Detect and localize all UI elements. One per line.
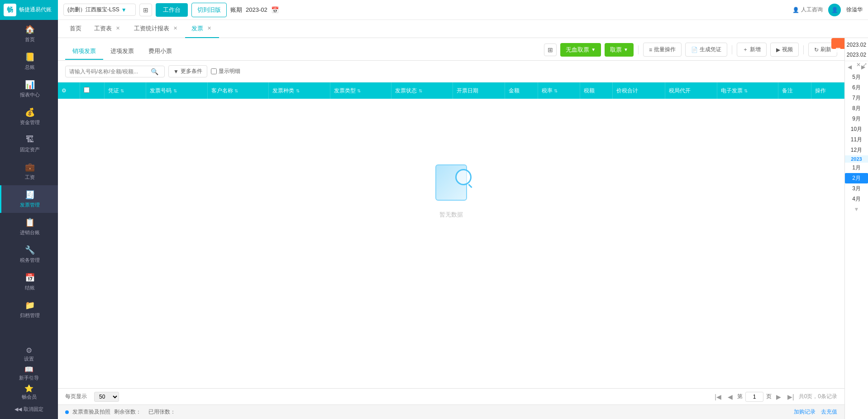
company-label: (勿删）江西服宝-LSS	[67, 6, 119, 14]
month-4[interactable]: 4月	[845, 194, 868, 204]
user-name[interactable]: 徐溢华	[846, 6, 863, 14]
month-8[interactable]: 8月	[845, 103, 868, 114]
tab-home[interactable]: 首页	[63, 20, 88, 38]
tab-invoice-close[interactable]: ✕	[206, 25, 213, 32]
sidebar-item-home[interactable]: 🏠 首页	[0, 20, 58, 48]
tab-salary[interactable]: 工资表 ✕	[88, 20, 128, 38]
panel-expand-button[interactable]: ⤢	[863, 62, 867, 68]
sidebar-item-ledger[interactable]: 📒 总账	[0, 48, 58, 75]
tab-salary-stat-close[interactable]: ✕	[172, 25, 179, 32]
batch-op-button[interactable]: ≡ 批量操作	[643, 43, 682, 57]
remaining-label: 剩余张数：	[114, 408, 141, 416]
month-3[interactable]: 3月	[845, 183, 868, 194]
user-avatar[interactable]: 👤	[828, 4, 841, 16]
pagination-controls: |◀ ◀ 第 页 ▶ ▶| 共0页，0条记录	[713, 392, 837, 402]
no-select-button[interactable]: 无血取票 ▼	[560, 43, 601, 57]
show-detail-checkbox[interactable]	[211, 68, 217, 74]
col-invoice-status[interactable]: 发票状态 ⇅	[391, 82, 453, 99]
per-page-select[interactable]: 50 100 200	[94, 392, 119, 402]
month-7[interactable]: 7月	[845, 93, 868, 103]
col-action[interactable]: 操作	[811, 82, 844, 99]
tab-salary-stat[interactable]: 工资统计报表 ✕	[128, 20, 185, 38]
sidebar-item-close[interactable]: 📅 结账	[0, 268, 58, 296]
support-link[interactable]: 👤 人工咨询	[792, 6, 823, 14]
company-selector[interactable]: (勿删）江西服宝-LSS ▼	[63, 4, 136, 16]
col-invoice-type[interactable]: 发票种类 ⇅	[269, 82, 330, 99]
fetch-button[interactable]: 取票 ▼	[605, 43, 634, 57]
col-customer[interactable]: 客户名称 ⇅	[207, 82, 268, 99]
calendar-icon[interactable]: 📅	[271, 6, 279, 14]
reports-icon: 📊	[25, 80, 35, 90]
sidebar-item-reports[interactable]: 📊 报表中心	[0, 75, 58, 103]
show-detail-label[interactable]: 显示明细	[211, 67, 240, 75]
topbar-right: 👤 人工咨询 👤 徐溢华	[792, 4, 863, 16]
col-open-date[interactable]: 开票日期	[453, 82, 505, 99]
month-2-active[interactable]: 2月	[845, 173, 868, 183]
col-settings[interactable]: ⚙	[58, 82, 80, 99]
sidebar-item-archive[interactable]: 📁 归档管理	[0, 296, 58, 323]
col-voucher[interactable]: 凭证 ⇅	[104, 82, 146, 99]
month-11[interactable]: 11月	[845, 135, 868, 145]
tab-invoice[interactable]: 发票 ✕	[185, 20, 219, 38]
first-page-button[interactable]: |◀	[713, 392, 723, 401]
col-tax-rate[interactable]: 税率 ⇅	[538, 82, 580, 99]
sidebar-item-tax[interactable]: 🔧 税务管理	[0, 241, 58, 268]
video-button[interactable]: ▶ 视频	[770, 43, 799, 57]
panel-scroll-down[interactable]: ▼	[845, 204, 868, 214]
sidebar-item-settings[interactable]: ⚙ 设置	[24, 346, 34, 362]
sidebar-item-sales[interactable]: 📋 进销台账	[0, 213, 58, 241]
page-input[interactable]	[745, 392, 763, 402]
search-input[interactable]	[69, 68, 151, 75]
month-12[interactable]: 12月	[845, 145, 868, 155]
sidebar-label-sales: 进销台账	[20, 229, 40, 236]
col-e-invoice[interactable]: 电子发票 ⇅	[717, 82, 778, 99]
col-amount[interactable]: 金额	[505, 82, 538, 99]
switch-version-button[interactable]: 切到旧版	[191, 3, 227, 17]
sidebar-item-funds[interactable]: 💰 资金管理	[0, 103, 58, 130]
last-page-button[interactable]: ▶|	[786, 392, 796, 401]
month-5[interactable]: 5月	[845, 72, 868, 82]
more-filter-button[interactable]: ▼ 更多条件	[168, 65, 207, 77]
show-detail-text: 显示明细	[219, 67, 240, 75]
year-item-2023-02-second[interactable]: 2023.02	[845, 50, 868, 60]
sales-icon: 📋	[25, 217, 35, 227]
col-tax-code[interactable]: 税局代开	[665, 82, 717, 99]
no-select-arrow: ▼	[591, 47, 596, 52]
col-checkbox[interactable]	[80, 82, 104, 99]
month-10[interactable]: 10月	[845, 124, 868, 135]
purchase-record-link[interactable]: 加购记录	[794, 408, 816, 416]
subtab-expense[interactable]: 费用小票	[141, 43, 179, 60]
subtab-sales[interactable]: 销项发票	[65, 43, 103, 60]
sidebar-item-guide[interactable]: 📖 新手引导	[19, 365, 39, 381]
gen-voucher-button[interactable]: 📄 生成凭证	[685, 43, 727, 57]
sidebar-item-salary[interactable]: 💼 工资	[0, 158, 58, 185]
col-total[interactable]: 价税合计	[613, 82, 665, 99]
pin-button[interactable]: ◀◀ 取消固定	[13, 403, 45, 415]
subtab-purchase[interactable]: 进项发票	[103, 43, 141, 60]
sidebar-item-fixed[interactable]: 🏗 固定资产	[0, 130, 58, 158]
select-all-checkbox[interactable]	[84, 87, 90, 93]
grid-view-button[interactable]: ⊞	[544, 43, 557, 56]
next-page-button[interactable]: ▶	[774, 392, 783, 401]
refresh-icon: ↻	[814, 47, 819, 53]
new-button[interactable]: ＋ 新增	[737, 43, 767, 57]
recharge-link[interactable]: 去充值	[821, 408, 837, 416]
workspace-button[interactable]: 工作台	[156, 3, 188, 17]
col-tax[interactable]: 税额	[580, 82, 613, 99]
month-6[interactable]: 6月	[845, 82, 868, 93]
col-remark[interactable]: 备注	[778, 82, 811, 99]
month-9[interactable]: 9月	[845, 114, 868, 124]
month-1[interactable]: 1月	[845, 163, 868, 173]
col-invoice-cat[interactable]: 发票类型 ⇅	[330, 82, 391, 99]
col-invoice-no[interactable]: 发票号码 ⇅	[146, 82, 207, 99]
prev-page-button[interactable]: ◀	[726, 392, 734, 401]
sidebar-item-invoice[interactable]: 🧾 发票管理	[0, 185, 58, 213]
scroll-down-icon: ▼	[854, 206, 859, 212]
tab-salary-close[interactable]: ✕	[114, 25, 121, 32]
sidebar-item-member[interactable]: ⭐ 畅会员	[22, 384, 37, 400]
open-period-button[interactable]: 开账日期	[831, 38, 844, 49]
year-item-2023-02-top[interactable]: 2023.02	[845, 40, 868, 50]
invoice-status-sort-icon: ⇅	[419, 88, 422, 93]
copy-company-button[interactable]: ⊞	[139, 4, 152, 16]
panel-close-button[interactable]: ✕	[856, 62, 861, 68]
